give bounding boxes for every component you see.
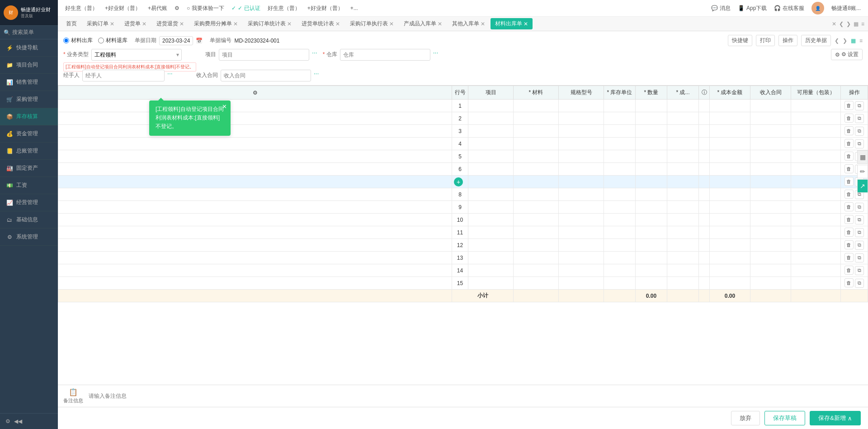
cell-contract[interactable] — [750, 277, 791, 290]
cell-available[interactable] — [791, 125, 841, 138]
cell-qty[interactable] — [636, 112, 667, 125]
copy-row-btn[interactable]: ⧉ — [855, 253, 864, 262]
right-tool-1[interactable]: ▦ — [857, 150, 868, 164]
online-service-btn[interactable]: 🎧 在线客服 — [774, 5, 804, 12]
settings-gear[interactable]: ⚙ — [175, 5, 179, 11]
cell-spec[interactable] — [559, 264, 604, 277]
delete-row-btn[interactable]: 🗑 — [844, 164, 854, 173]
cell-unit[interactable] — [604, 226, 636, 239]
cell-available[interactable] — [791, 100, 841, 112]
cell-spec[interactable] — [559, 239, 604, 252]
cell-cost[interactable] — [667, 201, 699, 214]
sidebar-item-purchase[interactable]: 🛒 采购管理 — [0, 91, 58, 108]
project-input[interactable] — [219, 49, 309, 61]
cell-cost[interactable] — [667, 125, 699, 138]
app-download-btn[interactable]: 📱 App下载 — [738, 5, 767, 12]
cell-available[interactable] — [791, 226, 841, 239]
view-grid-icon[interactable]: ▦ — [851, 38, 856, 44]
close-icon[interactable]: ✕ — [389, 21, 394, 27]
cell-material[interactable] — [514, 100, 559, 112]
cell-available[interactable] — [791, 277, 841, 290]
cell-qty[interactable] — [636, 188, 667, 201]
tab-goods-return[interactable]: 进货退货 ✕ — [152, 18, 189, 29]
notes-input[interactable] — [87, 391, 863, 401]
cell-cost-amount[interactable] — [710, 264, 750, 277]
income-contract-dots[interactable]: ··· — [314, 70, 319, 77]
cell-qty[interactable] — [636, 239, 667, 252]
delete-row-btn[interactable]: 🗑 — [844, 101, 854, 110]
quick-key-btn[interactable]: 快捷键 — [728, 35, 752, 46]
tab-close-all[interactable]: ✕ — [832, 21, 836, 27]
business-type-input[interactable] — [91, 49, 182, 61]
cell-unit[interactable] — [604, 277, 636, 290]
cell-spec[interactable] — [559, 100, 604, 112]
delete-row-btn[interactable]: 🗑 — [844, 253, 854, 262]
cell-material[interactable] — [514, 163, 559, 176]
delete-row-btn[interactable]: 🗑 — [844, 177, 854, 186]
sidebar-item-shortcut[interactable]: ⚡ 快捷导航 — [0, 39, 58, 57]
date-value[interactable]: 2023-03-24 — [159, 36, 193, 45]
cell-spec[interactable] — [559, 150, 604, 163]
cell-contract[interactable] — [750, 150, 791, 163]
cell-material[interactable] — [514, 214, 559, 226]
tab-purchase-cost[interactable]: 采购费用分摊单 ✕ — [189, 18, 242, 29]
cell-material[interactable] — [514, 264, 559, 277]
cell-project[interactable] — [468, 188, 514, 201]
history-nav-prev[interactable]: ❮ — [835, 38, 839, 44]
close-icon[interactable]: ✕ — [233, 21, 238, 27]
sidebar-item-sales[interactable]: 📊 销售管理 — [0, 74, 58, 91]
cell-unit[interactable] — [604, 214, 636, 226]
tab-nav-prev[interactable]: ❮ — [839, 21, 844, 27]
copy-row-btn[interactable]: ⧉ — [855, 279, 864, 288]
cell-contract[interactable] — [750, 176, 791, 188]
cell-qty[interactable] — [636, 125, 667, 138]
copy-row-btn[interactable]: ⧉ — [855, 139, 864, 148]
good-wealth-tab[interactable]: +好业财（普） — [105, 5, 141, 12]
cell-available[interactable] — [791, 163, 841, 176]
tab-purchase-order[interactable]: 采购订单 ✕ — [82, 18, 119, 29]
cell-spec[interactable] — [559, 226, 604, 239]
delete-row-btn[interactable]: 🗑 — [844, 139, 854, 148]
cell-available[interactable] — [791, 201, 841, 214]
cell-cost[interactable] — [667, 239, 699, 252]
cell-cost-amount[interactable] — [710, 239, 750, 252]
cell-contract[interactable] — [750, 188, 791, 201]
cell-material[interactable] — [514, 188, 559, 201]
search-menu[interactable]: 🔍 搜索菜单 — [0, 26, 58, 39]
cell-cost[interactable] — [667, 252, 699, 264]
history-btn[interactable]: 历史单据 — [801, 35, 831, 46]
cell-material[interactable] — [514, 176, 559, 188]
tab-purchase-stat[interactable]: 采购订单统计表 ✕ — [243, 18, 296, 29]
close-icon[interactable]: ✕ — [335, 21, 340, 27]
cell-unit[interactable] — [604, 188, 636, 201]
tab-nav-next[interactable]: ❯ — [846, 21, 851, 27]
cell-cost-amount[interactable] — [710, 277, 750, 290]
cell-contract[interactable] — [750, 125, 791, 138]
copy-row-btn[interactable]: ⧉ — [855, 241, 864, 250]
cell-project[interactable] — [468, 277, 514, 290]
tab-grid-view[interactable]: ▦ — [854, 21, 859, 27]
experience-btn[interactable]: ○ 我要体验一下 — [187, 5, 224, 12]
cell-available[interactable] — [791, 138, 841, 150]
cell-cost-amount[interactable] — [710, 125, 750, 138]
cell-material[interactable] — [514, 226, 559, 239]
cell-cost-amount[interactable] — [710, 188, 750, 201]
cell-cost[interactable] — [667, 138, 699, 150]
cell-project[interactable] — [468, 163, 514, 176]
cell-unit[interactable] — [604, 100, 636, 112]
copy-row-btn[interactable]: ⧉ — [855, 101, 864, 110]
cell-cost[interactable] — [667, 264, 699, 277]
cell-available[interactable] — [791, 239, 841, 252]
sidebar-item-project[interactable]: 📁 项目合同 — [0, 57, 58, 74]
sidebar-item-inventory[interactable]: 📦 库存核算 — [0, 108, 58, 125]
good-wealth-2[interactable]: +好业财（普） — [307, 5, 343, 12]
warehouse-input[interactable] — [340, 49, 430, 61]
project-dots[interactable]: ··· — [312, 49, 317, 56]
tab-home[interactable]: 首页 — [61, 18, 81, 29]
cell-contract[interactable] — [750, 214, 791, 226]
close-icon[interactable]: ✕ — [179, 21, 184, 27]
cell-available[interactable] — [791, 214, 841, 226]
cell-cost-amount[interactable] — [710, 252, 750, 264]
delete-row-btn[interactable]: 🗑 — [844, 278, 854, 287]
close-icon[interactable]: ✕ — [142, 21, 146, 27]
